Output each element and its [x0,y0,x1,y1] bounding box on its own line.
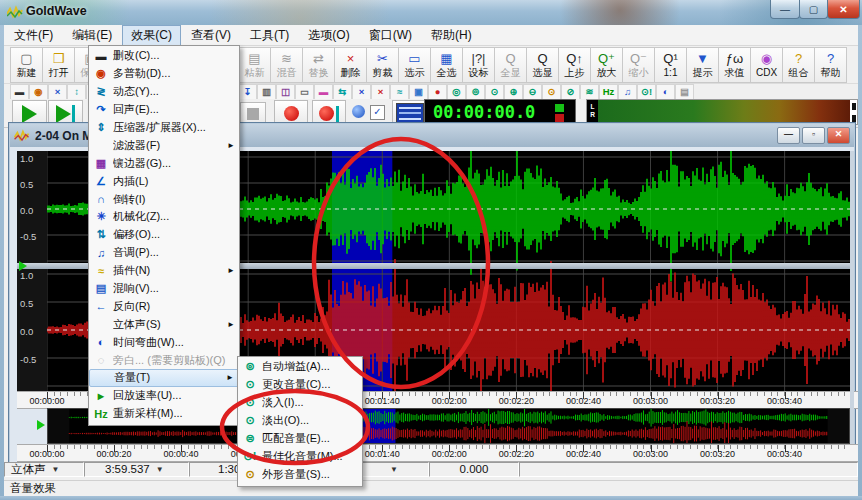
status-length[interactable]: 3:59.537▼ [84,462,189,477]
toolbar-button-混音[interactable]: ≋混音 [270,47,303,83]
effect-menu-item-13[interactable]: ▤混响(V)... [89,280,239,298]
effect-menu-item-16[interactable]: ◐时间弯曲(W)... [89,333,239,351]
menubar-item-effect[interactable]: 效果(C) [122,25,181,46]
minimize-button[interactable]: — [770,0,800,19]
menubar-item-file[interactable]: 文件(F) [5,25,62,46]
toolbar-button-选示[interactable]: ▭选示 [398,47,431,83]
menubar-item-edit[interactable]: 编辑(E) [63,25,121,46]
volume-submenu-item-3[interactable]: ⊙淡出(O)... [238,412,362,430]
small-toolbar-icon[interactable]: ▭ [295,84,314,100]
small-toolbar-icon[interactable]: × [352,84,371,100]
small-toolbar-icon[interactable]: ◫ [276,84,295,100]
effect-menu-item-17[interactable]: ◌旁白... (需要剪贴板)(Q) [89,351,239,369]
small-toolbar-icon[interactable]: ↕ [67,84,86,100]
volume-submenu-item-5[interactable]: ⊙!最佳化音量(M)... [238,447,362,465]
record-options-icon[interactable] [352,105,365,118]
effect-menu-item-14[interactable]: ←反向(R) [89,297,239,315]
small-toolbar-icon[interactable]: ⊕ [504,84,523,100]
small-toolbar-icon[interactable]: ⇆ [333,84,352,100]
toolbar-button-打开[interactable]: ❒打开 [42,47,75,83]
length-dropdown-icon[interactable]: ▼ [156,462,164,477]
toolbar-button-上步[interactable]: Q↑上步 [558,47,591,83]
small-toolbar-icon[interactable]: Hz [599,84,618,100]
effect-menu-item-4[interactable]: ⇕压缩器/扩展器(X)... [89,119,239,137]
effect-menu-item-8[interactable]: ∩倒转(I) [89,190,239,208]
menubar-item-help[interactable]: 帮助(H) [422,25,481,46]
small-toolbar-icon[interactable]: ♫ [618,84,637,100]
toolbar-button-放大[interactable]: Q⁺放大 [590,47,623,83]
effect-menu-item-7[interactable]: ∠内插(L) [89,172,239,190]
sound-minimize-button[interactable]: — [777,127,800,144]
small-toolbar-icon[interactable]: ▣ [409,84,428,100]
effect-menu-item-0[interactable]: ▬删改(C)... [89,47,239,65]
small-toolbar-icon[interactable]: ⊙ [542,84,561,100]
toolbar-button-1:1[interactable]: Q¹1:1 [654,47,687,83]
small-toolbar-icon[interactable]: ≈ [390,84,409,100]
effect-menu-item-3[interactable]: ↷回声(E)... [89,101,239,119]
close-button[interactable]: ✕ [827,0,860,19]
maximize-button[interactable]: ▢ [799,0,828,19]
menubar-item-window[interactable]: 窗口(W) [360,25,421,46]
toolbar-button-替换[interactable]: ⇄替换 [302,47,335,83]
small-toolbar-icon[interactable]: ▥ [257,84,276,100]
small-toolbar-icon[interactable]: ● [428,84,447,100]
volume-submenu-item-6[interactable]: ⊙外形音量(S)... [238,465,362,483]
effect-menu-item-20[interactable]: Hz重新采样(M)... [89,405,239,423]
menubar-item-view[interactable]: 查看(V) [182,25,240,46]
effect-menu-item-19[interactable]: ►回放速率(U)... [89,387,239,405]
small-toolbar-icon[interactable]: ◐ [656,84,675,100]
effect-menu-item-2[interactable]: ≷动态(Y)... [89,83,239,101]
menubar-item-tools[interactable]: 工具(T) [241,25,298,46]
menubar-item-options[interactable]: 选项(O) [299,25,358,46]
small-toolbar-icon[interactable]: × [371,84,390,100]
toolbar-button-粘新[interactable]: ▤粘新 [238,47,271,83]
effect-menu-item-11[interactable]: ♫音调(P)... [89,244,239,262]
small-toolbar-icon[interactable]: ◎ [447,84,466,100]
channel-dropdown-icon[interactable]: ▼ [52,462,60,477]
toolbar-button-设标[interactable]: |?|设标 [462,47,495,83]
small-toolbar-icon[interactable]: ⊘ [561,84,580,100]
effect-menu-item-5[interactable]: 滤波器(F)► [89,136,239,154]
toolbar-button-新建[interactable]: ▢新建 [10,47,43,83]
small-toolbar-icon[interactable]: ↧ [238,84,257,100]
small-toolbar-icon[interactable]: × [48,84,67,100]
record-checkbox[interactable]: ✓ [370,105,385,120]
small-toolbar-icon[interactable]: ▬ [314,84,333,100]
effect-menu-item-10[interactable]: ⇅偏移(O)... [89,226,239,244]
effect-menu-item-6[interactable]: ▦镶边器(G)... [89,154,239,172]
small-toolbar-icon[interactable]: ▬ [10,84,29,100]
sound-maximize-button[interactable]: ▫ [802,127,825,144]
toolbar-button-提示[interactable]: ▼提示 [686,47,719,83]
toolbar-button-CDX[interactable]: ◉CDX [750,47,783,83]
sound-close-button[interactable]: ✕ [827,127,850,144]
main-titlebar[interactable]: GoldWave — ▢ ✕ [0,0,862,25]
toolbar-button-全显[interactable]: Q全显 [494,47,527,83]
toolbar-button-组合[interactable]: ?组合 [782,47,815,83]
toolbar-button-求值[interactable]: ƒω求值 [718,47,751,83]
small-toolbar-icon[interactable]: ≋ [580,84,599,100]
toolbar-button-全选[interactable]: ▦全选 [430,47,463,83]
vertical-scrollbar[interactable] [850,151,854,444]
small-toolbar-icon[interactable]: ◉ [29,84,48,100]
effect-menu-item-12[interactable]: ≈插件(N)► [89,262,239,280]
toolbar-button-选显[interactable]: Q选显 [526,47,559,83]
small-toolbar-icon[interactable]: ⊚ [466,84,485,100]
small-toolbar-icon[interactable]: ▤ [675,84,694,100]
volume-submenu-item-0[interactable]: ⊚自动增益(A)... [238,358,362,376]
volume-submenu-item-1[interactable]: ⊙更改音量(C)... [238,376,362,394]
status-channel-mode[interactable]: 立体声▼ [4,462,84,477]
volume-submenu-item-2[interactable]: ⊙淡入(I)... [238,394,362,412]
toolbar-button-缩小[interactable]: Q⁻缩小 [622,47,655,83]
small-toolbar-icon[interactable]: ⊖ [523,84,542,100]
small-toolbar-icon[interactable]: ⊙ [485,84,504,100]
volume-submenu-item-4[interactable]: ⊜匹配音量(E)... [238,430,362,448]
effect-menu-item-9[interactable]: ✳机械化(Z)... [89,208,239,226]
small-toolbar-icon[interactable]: ⊙! [637,84,656,100]
effect-menu-item-1[interactable]: ◉多普勒(D)... [89,65,239,83]
toolbar-button-剪裁[interactable]: ✂剪裁 [366,47,399,83]
toolbar-button-删除[interactable]: ×删除 [334,47,367,83]
effect-menu-item-15[interactable]: 立体声(S)► [89,315,239,333]
effect-menu-item-18[interactable]: 音量(T)► [89,369,239,387]
toolbar-button-帮助[interactable]: ?帮助 [814,47,847,83]
selection-dropdown-icon[interactable]: ▼ [390,462,398,477]
